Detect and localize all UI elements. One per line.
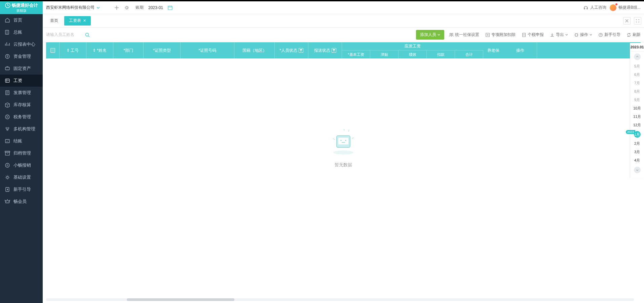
- sidebar-item-label: 固定资产: [13, 66, 31, 72]
- sidebar-item-tax[interactable]: 税务管理: [0, 111, 43, 123]
- col-name[interactable]: ▲▼ *姓名: [86, 42, 113, 58]
- toolbar-gear[interactable]: 操作: [574, 32, 592, 38]
- sidebar-item-asset[interactable]: 固定资产: [0, 62, 43, 75]
- sidebar-item-home[interactable]: 首页: [0, 14, 43, 26]
- col-cert-no[interactable]: *证照号码: [181, 42, 234, 58]
- sidebar-item-label: 首页: [13, 17, 22, 23]
- sidebar-item-fund[interactable]: 资金管理: [0, 50, 43, 62]
- period-panel-title: 2023.01: [630, 43, 644, 51]
- col-payable-sub[interactable]: 扣款: [427, 50, 455, 58]
- sidebar-item-label: 发票管理: [13, 90, 31, 96]
- sidebar-item-vip[interactable]: 畅会员: [0, 196, 43, 208]
- svg-rect-17: [168, 6, 172, 10]
- svg-point-25: [333, 150, 353, 155]
- sidebar-item-settings[interactable]: 基础设置: [0, 171, 43, 183]
- svg-point-18: [86, 33, 89, 36]
- horizontal-scrollbar[interactable]: [46, 298, 634, 301]
- month-item[interactable]: 9月: [630, 96, 644, 104]
- month-item[interactable]: 4月: [630, 156, 644, 165]
- period-scroll-down[interactable]: [634, 167, 641, 173]
- sidebar-item-close-period[interactable]: 结账: [0, 135, 43, 147]
- toolbar-export[interactable]: 导出: [550, 32, 568, 38]
- close-period-icon: [5, 138, 10, 144]
- month-item[interactable]: 20231月: [630, 129, 644, 139]
- sidebar-item-invoice[interactable]: 发票管理: [0, 87, 43, 99]
- col-emp-no[interactable]: ▲▼ 工号: [60, 42, 86, 58]
- company-selector[interactable]: 西安虾米网络科技有限公司: [46, 5, 110, 10]
- sidebar-item-label: 畅会员: [13, 199, 27, 205]
- col-nationality[interactable]: 国籍（地区）: [234, 42, 275, 58]
- sidebar-item-org[interactable]: 多机构管理: [0, 123, 43, 135]
- scrollbar-thumb[interactable]: [127, 298, 234, 301]
- col-payable-sub[interactable]: 津贴: [370, 50, 399, 58]
- toolbar-list[interactable]: 专项附加扣除: [485, 32, 516, 38]
- month-item[interactable]: 6月: [630, 71, 644, 79]
- sidebar-item-label: 新手引导: [13, 186, 31, 192]
- fund-icon: [5, 54, 10, 59]
- sidebar-item-guide[interactable]: 新手引导: [0, 183, 43, 196]
- filter-icon[interactable]: [332, 48, 336, 53]
- col-payable-sub[interactable]: *基本工资: [342, 50, 370, 58]
- col-payable-sub[interactable]: 合计: [455, 50, 483, 58]
- sidebar-item-label: 税务管理: [13, 114, 31, 120]
- company-settings-button[interactable]: [123, 4, 130, 11]
- sidebar-item-label: 库存核算: [13, 102, 31, 108]
- col-payable-sub[interactable]: 绩效: [399, 50, 427, 58]
- col-dept[interactable]: *部门: [113, 42, 144, 58]
- month-item[interactable]: 11月: [630, 113, 644, 121]
- ledger-icon: [5, 30, 10, 35]
- col-cert-type[interactable]: *证照类型: [144, 42, 181, 58]
- svg-rect-3: [5, 67, 9, 70]
- sidebar-item-label: 资金管理: [13, 53, 31, 59]
- tab-1[interactable]: 工资表✕: [64, 16, 91, 26]
- sidebar-item-salary[interactable]: 工资: [0, 75, 43, 87]
- org-icon: [5, 126, 10, 132]
- table-header: ▲▼ 工号 ▲▼ *姓名 *部门 *证照类型 *证照号码 国籍（地区） *人员状…: [46, 42, 641, 58]
- sidebar-item-archive[interactable]: 归档管理: [0, 147, 43, 159]
- month-item[interactable]: 3月: [630, 148, 644, 156]
- chevron-down-icon: [438, 34, 440, 36]
- toolbar-doc[interactable]: 个税申报: [522, 32, 544, 38]
- month-item[interactable]: 5月: [630, 62, 644, 71]
- add-company-button[interactable]: [113, 4, 120, 11]
- calendar-icon[interactable]: [168, 5, 173, 10]
- svg-rect-21: [486, 33, 490, 37]
- svg-rect-4: [5, 79, 9, 82]
- sidebar-item-ledger[interactable]: 总账: [0, 26, 43, 38]
- close-tab-button[interactable]: [623, 17, 631, 25]
- sidebar-item-reimburse[interactable]: 小畅报销: [0, 159, 43, 171]
- col-pension[interactable]: 养老保: [483, 42, 503, 58]
- toolbar-people[interactable]: 统一社保设置: [449, 32, 479, 38]
- month-item[interactable]: 10月: [630, 104, 644, 113]
- search-input[interactable]: [46, 31, 83, 39]
- month-item[interactable]: 7月: [630, 79, 644, 87]
- fullscreen-button[interactable]: [634, 17, 641, 25]
- tab-0[interactable]: 首页: [45, 16, 63, 26]
- toolbar-link-label: 导出: [556, 32, 564, 38]
- toolbar-refresh[interactable]: 刷新: [627, 32, 641, 38]
- filter-icon[interactable]: [299, 48, 303, 53]
- svg-point-28: [341, 140, 342, 141]
- archive-icon: [5, 150, 10, 156]
- toolbar-help[interactable]: 新手引导: [598, 32, 620, 38]
- sidebar-item-report[interactable]: 云报表中心: [0, 38, 43, 50]
- month-item[interactable]: 8月: [630, 87, 644, 96]
- search-icon[interactable]: [85, 33, 90, 37]
- select-all-checkbox[interactable]: [50, 48, 55, 53]
- invoice-icon: [5, 90, 10, 95]
- inventory-icon: [5, 102, 10, 107]
- close-icon[interactable]: ✕: [83, 18, 86, 23]
- tab-label: 首页: [50, 18, 58, 24]
- sidebar-item-inventory[interactable]: 库存核算: [0, 99, 43, 111]
- month-item[interactable]: 12月: [630, 121, 644, 129]
- add-person-button[interactable]: 添加人员: [416, 30, 444, 40]
- month-item[interactable]: 2月: [630, 139, 644, 148]
- sidebar: 畅捷通好会计 旗舰版 首页总账云报表中心资金管理固定资产工资发票管理库存核算税务…: [0, 1, 43, 303]
- period-scroll-up[interactable]: [634, 53, 641, 60]
- support-link[interactable]: 人工咨询: [583, 5, 606, 10]
- col-emp-status[interactable]: *人员状态: [275, 42, 308, 58]
- user-menu[interactable]: 畅捷通B组...: [610, 4, 641, 11]
- col-report-status[interactable]: 报送状态: [308, 42, 342, 58]
- user-name: 畅捷通B组...: [618, 5, 641, 10]
- period-value: 2023-01: [148, 5, 163, 10]
